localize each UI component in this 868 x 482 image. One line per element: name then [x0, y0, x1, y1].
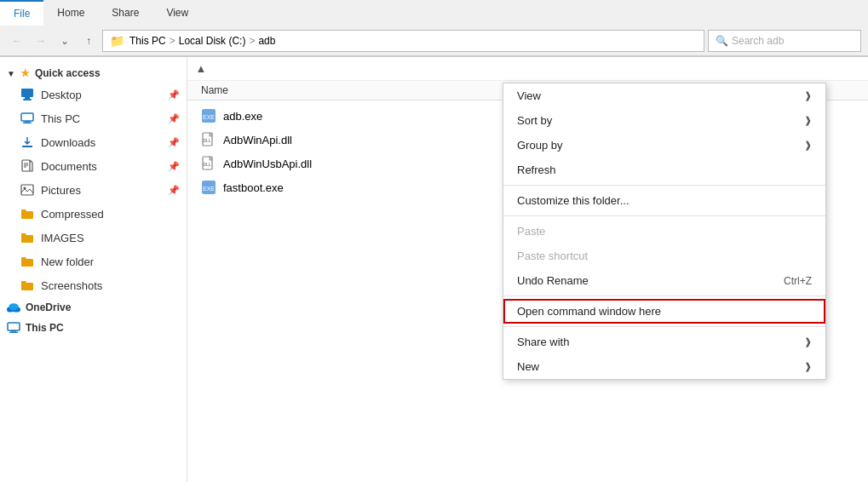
- pin-icon: 📌: [168, 89, 180, 100]
- dll-icon-1: DLL: [201, 132, 216, 147]
- up-button[interactable]: ↑: [78, 31, 99, 51]
- desktop-icon: [20, 88, 34, 101]
- svg-text:DLL: DLL: [203, 138, 210, 143]
- search-box[interactable]: 🔍 Search adb: [708, 30, 861, 52]
- recent-button[interactable]: ⌄: [55, 31, 75, 51]
- ctx-divider-4: [503, 326, 825, 327]
- arrow-icon: ❱: [804, 336, 812, 347]
- svg-text:EXE: EXE: [203, 114, 215, 120]
- sidebar-item-images[interactable]: IMAGES: [0, 226, 187, 250]
- documents-icon: [20, 159, 34, 173]
- ctx-refresh[interactable]: Refresh: [503, 158, 825, 182]
- svg-rect-0: [21, 89, 33, 97]
- pin-icon: 📌: [168, 161, 180, 172]
- svg-rect-5: [23, 123, 32, 124]
- ctx-divider-2: [503, 215, 825, 216]
- address-path: This PC > Local Disk (C:) > adb: [129, 35, 275, 47]
- thispc-icon: [20, 112, 34, 125]
- ctx-new[interactable]: New ❱: [503, 354, 825, 379]
- ctx-paste[interactable]: Paste: [503, 219, 825, 244]
- ctx-divider-3: [503, 296, 825, 296]
- dll-icon-2: DLL: [201, 156, 216, 171]
- tab-home[interactable]: Home: [43, 0, 98, 26]
- sidebar-item-documents[interactable]: Documents 📌: [0, 154, 187, 178]
- pin-icon: 📌: [168, 185, 180, 196]
- thispc-bottom-header[interactable]: This PC: [0, 318, 187, 338]
- folder-icon-new: [20, 255, 34, 268]
- folder-icon: 📁: [110, 34, 124, 48]
- onedrive-header[interactable]: OneDrive: [0, 297, 187, 318]
- thispc-icon-bottom: [7, 321, 20, 335]
- address-bar: ← → ⌄ ↑ 📁 This PC > Local Disk (C:) > ad…: [0, 26, 868, 56]
- sidebar-item-screenshots[interactable]: Screenshots: [0, 273, 187, 297]
- ribbon: File Home Share View ← → ⌄ ↑ 📁 This PC >…: [0, 0, 868, 57]
- ctx-paste-shortcut[interactable]: Paste shortcut: [503, 244, 825, 268]
- pin-icon: 📌: [168, 137, 180, 148]
- pictures-icon: [20, 183, 34, 197]
- tab-bar: File Home Share View: [0, 0, 868, 26]
- main-layout: ▼ ★ Quick access Desktop 📌: [0, 57, 868, 482]
- forward-button[interactable]: →: [31, 31, 51, 51]
- svg-rect-16: [8, 323, 20, 330]
- sidebar: ▼ ★ Quick access Desktop 📌: [0, 57, 187, 482]
- downloads-icon: [20, 135, 34, 149]
- exe-icon-2: EXE: [201, 180, 216, 195]
- svg-rect-11: [21, 185, 33, 195]
- tab-share[interactable]: Share: [98, 0, 152, 26]
- folder-icon-compressed: [20, 207, 34, 221]
- content-area: ▲ Name Date modified Type EXE adb.exe: [187, 57, 868, 482]
- ctx-undo-rename[interactable]: Undo Rename Ctrl+Z: [503, 268, 825, 293]
- arrow-icon: ❱: [804, 90, 812, 101]
- arrow-icon: ❱: [804, 115, 812, 126]
- address-input[interactable]: 📁 This PC > Local Disk (C:) > adb: [102, 30, 704, 52]
- arrow-icon: ❱: [804, 361, 812, 372]
- context-menu: View ❱ Sort by ❱ Group by ❱: [503, 83, 826, 380]
- ctx-customize-folder[interactable]: Customize this folder...: [503, 188, 825, 213]
- folder-icon-screenshots: [20, 278, 34, 292]
- svg-rect-18: [9, 332, 18, 334]
- sidebar-item-new-folder[interactable]: New folder: [0, 250, 187, 273]
- ctx-view[interactable]: View ❱: [503, 83, 825, 108]
- svg-rect-3: [21, 113, 33, 121]
- svg-rect-2: [23, 99, 32, 100]
- tab-view[interactable]: View: [152, 0, 202, 26]
- ctx-open-command-window[interactable]: Open command window here: [503, 299, 825, 324]
- sidebar-item-pictures[interactable]: Pictures 📌: [0, 178, 187, 202]
- onedrive-icon: [7, 301, 20, 314]
- svg-text:DLL: DLL: [203, 162, 210, 167]
- arrow-icon: ❱: [804, 140, 812, 151]
- svg-text:EXE: EXE: [203, 186, 215, 192]
- svg-rect-17: [11, 330, 16, 332]
- ctx-group-by[interactable]: Group by ❱: [503, 133, 825, 158]
- ctx-sort-by[interactable]: Sort by ❱: [503, 108, 825, 133]
- quick-access-header[interactable]: ▼ ★ Quick access: [0, 64, 187, 83]
- svg-rect-4: [25, 121, 30, 123]
- sidebar-item-thispc[interactable]: This PC 📌: [0, 106, 187, 130]
- scroll-up-button[interactable]: ▲: [194, 62, 208, 76]
- svg-rect-6: [22, 146, 32, 147]
- folder-icon-images: [20, 231, 34, 244]
- ctx-share-with[interactable]: Share with ❱: [503, 330, 825, 354]
- content-header: ▲: [187, 57, 868, 81]
- svg-rect-1: [25, 97, 30, 99]
- sidebar-item-downloads[interactable]: Downloads 📌: [0, 130, 187, 154]
- sidebar-item-desktop[interactable]: Desktop 📌: [0, 83, 187, 106]
- tab-file[interactable]: File: [0, 0, 43, 26]
- pin-icon: 📌: [168, 113, 180, 124]
- svg-point-15: [9, 303, 18, 310]
- sidebar-item-compressed[interactable]: Compressed: [0, 202, 187, 226]
- ctx-divider-1: [503, 185, 825, 186]
- back-button[interactable]: ←: [7, 31, 27, 51]
- exe-icon: EXE: [201, 108, 216, 123]
